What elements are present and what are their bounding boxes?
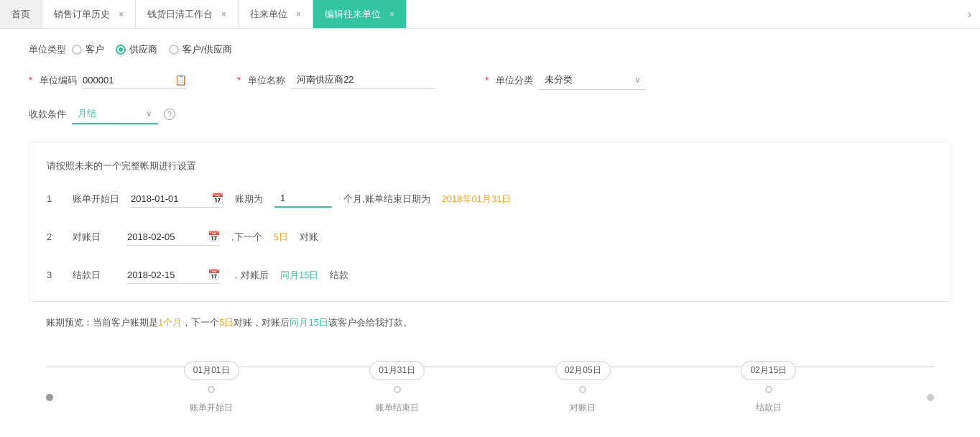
preview-suffix: 该客户会给我打款。 xyxy=(328,317,412,328)
tab-partner-close[interactable]: × xyxy=(296,9,301,19)
unit-type-field: 单位类型 客户 供应商 客户/供应商 xyxy=(29,43,232,56)
unit-code-input[interactable] xyxy=(83,75,169,86)
timeline-point-2: 01月31日 账单结束日 xyxy=(369,361,425,414)
preview-sep1: ，下一个 xyxy=(182,317,219,328)
timeline-date-2: 01月31日 xyxy=(369,361,425,380)
unit-code-icon[interactable]: 📋 xyxy=(175,74,187,86)
period-row3-prefix: ，对账后 xyxy=(231,269,269,282)
period-suffix: 个月,账单结束日期为 xyxy=(343,193,430,206)
timeline-date-3: 02月05日 xyxy=(555,361,611,380)
help-icon[interactable]: ? xyxy=(164,109,175,120)
tab-home[interactable]: 首页 xyxy=(0,0,42,28)
tab-home-label: 首页 xyxy=(11,8,30,21)
radio-supplier[interactable]: 供应商 xyxy=(116,43,157,56)
timeline-right-end xyxy=(927,374,934,401)
help-text: ? xyxy=(167,110,172,119)
period-row-1: 1 账单开始日 📅 账期为 个月,账单结束日期为 2018年01月31日 xyxy=(47,190,933,208)
period-end-date: 2018年01月31日 xyxy=(442,193,512,206)
preview-section: 账期预览：当前客户账期是1个月，下一个5日对账，对账后同月15日该客户会给我打款… xyxy=(29,316,951,437)
unit-classify-value: 未分类 xyxy=(545,73,629,86)
unit-name-input[interactable] xyxy=(291,72,435,89)
period-label-1: 账单开始日 xyxy=(73,193,119,206)
tab-edit-partner[interactable]: 编辑往来单位 × xyxy=(313,0,407,28)
period-num-2: 2 xyxy=(47,231,61,242)
preview-label: 账期预览：当前客户账期是 xyxy=(46,317,158,328)
period-date-2-calendar[interactable]: 📅 xyxy=(208,231,220,242)
timeline-right-dot xyxy=(927,394,934,401)
preview-part3: 同月15日 xyxy=(290,317,328,328)
unit-code-star: * xyxy=(29,75,32,86)
period-row2-suffix: 对账 xyxy=(300,231,318,244)
period-label-3: 结款日 xyxy=(73,269,116,282)
period-row2-prefix: ,下一个 xyxy=(231,231,262,244)
preview-part1: 1个月 xyxy=(158,317,182,328)
timeline-dot-3 xyxy=(579,386,586,393)
unit-classify-star: * xyxy=(485,75,489,86)
timeline-left-dot xyxy=(46,394,53,401)
timeline-dot-2 xyxy=(394,386,401,393)
timeline-date-4: 02月15日 xyxy=(741,361,796,380)
timeline-sublabel-3: 对账日 xyxy=(570,402,596,414)
period-num-1: 1 xyxy=(47,193,61,204)
timeline-sublabel-1: 账单开始日 xyxy=(190,402,233,414)
period-date-2-input[interactable] xyxy=(127,231,199,242)
preview-text: 账期预览：当前客户账期是1个月，下一个5日对账，对账后同月15日该客户会给我打款… xyxy=(46,316,934,329)
timeline-date-1: 01月01日 xyxy=(184,361,239,380)
tab-sales-history-close[interactable]: × xyxy=(119,9,124,19)
unit-code-field: * 单位编码 📋 xyxy=(29,71,187,89)
tab-more-button[interactable]: › xyxy=(959,0,980,28)
period-row3-suffix: 结款 xyxy=(330,269,348,282)
radio-customer[interactable]: 客户 xyxy=(72,43,104,56)
payment-condition-label: 收款条件 xyxy=(29,108,66,121)
preview-sep2: 对账，对账后 xyxy=(234,317,290,328)
timeline-dot-1 xyxy=(208,386,215,393)
timeline-point-4: 02月15日 结款日 xyxy=(741,361,796,414)
timeline-points: 01月01日 账单开始日 01月31日 账单结束日 02月05日 对账日 xyxy=(46,361,934,414)
unit-classify-field: * 单位分类 未分类 ∨ xyxy=(485,70,647,90)
radio-customer-label: 客户 xyxy=(85,43,104,56)
tab-sales-history[interactable]: 销售订单历史 × xyxy=(42,0,136,28)
unit-classify-select[interactable]: 未分类 ∨ xyxy=(539,70,647,90)
timeline-sublabel-4: 结款日 xyxy=(756,402,782,414)
tab-bar: 首页 销售订单历史 × 钱货日清工作台 × 往来单位 × 编辑往来单位 × › xyxy=(0,0,980,29)
unit-type-row: 单位类型 客户 供应商 客户/供应商 xyxy=(29,43,951,56)
period-period-label: 账期为 xyxy=(235,193,263,206)
period-row2-highlight: 5日 xyxy=(274,231,288,244)
tab-cash-work[interactable]: 钱货日清工作台 × xyxy=(136,0,239,28)
radio-both[interactable]: 客户/供应商 xyxy=(169,43,232,56)
timeline-sublabel-2: 账单结束日 xyxy=(376,402,419,414)
timeline-dot-4 xyxy=(765,386,772,393)
timeline-point-3: 02月05日 对账日 xyxy=(555,361,611,414)
tab-partner[interactable]: 往来单位 × xyxy=(239,0,313,28)
unit-name-star: * xyxy=(237,75,241,86)
period-date-1-input[interactable] xyxy=(131,193,203,204)
unit-classify-label: 单位分类 xyxy=(496,74,533,87)
period-date-3-calendar[interactable]: 📅 xyxy=(208,269,220,280)
unit-code-input-wrap: 📋 xyxy=(83,71,187,89)
tab-partner-label: 往来单位 xyxy=(250,8,287,21)
timeline-left-end xyxy=(46,374,53,401)
timeline-point-1: 01月01日 账单开始日 xyxy=(184,361,239,414)
main-content: 单位类型 客户 供应商 客户/供应商 * 单位编码 xyxy=(0,29,980,437)
unit-info-row: * 单位编码 📋 * 单位名称 * 单位分类 未分类 ∨ xyxy=(29,70,951,90)
period-months-input[interactable] xyxy=(280,193,323,203)
payment-condition-select[interactable]: 月结 ∨ xyxy=(72,104,158,124)
period-settings-box: 请按照未来的一个完整帐期进行设置 1 账单开始日 📅 账期为 个月,账单结束日期… xyxy=(29,142,951,302)
unit-name-label: 单位名称 xyxy=(248,74,285,87)
tab-edit-partner-label: 编辑往来单位 xyxy=(325,8,381,21)
unit-type-label: 单位类型 xyxy=(29,43,66,56)
radio-supplier-label: 供应商 xyxy=(129,43,157,56)
period-date-1-calendar[interactable]: 📅 xyxy=(211,193,223,204)
radio-customer-circle xyxy=(72,45,82,55)
period-date-2-wrap: 📅 xyxy=(127,228,220,246)
period-date-1-wrap: 📅 xyxy=(131,190,223,208)
tab-edit-partner-close[interactable]: × xyxy=(389,9,394,19)
period-row-3: 3 结款日 📅 ，对账后同月15日结款 xyxy=(47,266,933,284)
period-date-3-input[interactable] xyxy=(127,270,199,280)
unit-classify-arrow: ∨ xyxy=(634,75,641,85)
period-num-3: 3 xyxy=(47,270,61,280)
period-box-title: 请按照未来的一个完整帐期进行设置 xyxy=(47,160,933,172)
tab-cash-work-close[interactable]: × xyxy=(221,9,226,19)
tab-cash-work-label: 钱货日清工作台 xyxy=(147,8,213,21)
radio-both-circle xyxy=(169,45,179,55)
